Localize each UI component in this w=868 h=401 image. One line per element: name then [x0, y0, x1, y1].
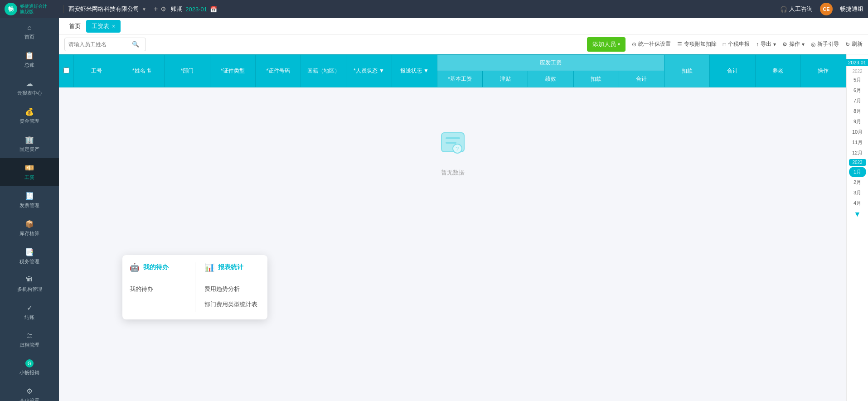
timeline-overlay-label: 2023.01	[846, 59, 868, 66]
popup-item-my-todo[interactable]: 我的待办	[130, 281, 186, 297]
select-all-checkbox[interactable]	[63, 68, 69, 73]
user-name: 畅捷通组	[840, 5, 863, 13]
special-deduction-button[interactable]: ☰ 专项附加扣除	[677, 40, 717, 48]
timeline-month-6[interactable]: 6月	[849, 85, 866, 96]
social-security-icon: ⊙	[632, 41, 636, 48]
sidebar-item-expense[interactable]: G 小畅报销	[0, 354, 59, 382]
search-box[interactable]: 🔍	[64, 38, 146, 51]
add-person-label: 添加人员	[592, 40, 616, 48]
th-payroll-total: 合计	[619, 71, 664, 87]
sidebar-item-assets[interactable]: 🏢 固定资产	[0, 130, 59, 158]
svg-rect-1	[446, 137, 460, 139]
export-dropdown-icon: ▾	[773, 41, 776, 48]
empty-state: ? 暂无数据	[59, 87, 846, 213]
sidebar-item-multi-org[interactable]: 🏛 多机构管理	[0, 271, 59, 298]
sidebar-item-close-account[interactable]: ✓ 结账	[0, 298, 59, 326]
guide-button[interactable]: ◎ 新手引导	[811, 40, 839, 48]
toolbar: 🔍 添加人员 ▾ ⊙ 统一社保设置 ☰ 专项附加扣除 □ 个税申报	[59, 34, 868, 54]
timeline-month-12[interactable]: 12月	[849, 148, 866, 158]
fund-icon: 💰	[25, 107, 34, 116]
th-name: *姓名 ⇅	[119, 55, 165, 87]
cloud-report-icon: ☁	[26, 79, 33, 88]
salary-table: 工号 *姓名 ⇅ *部门 *证件类型 *证件号码 国籍（地区） *人员状态 ▼ …	[59, 54, 846, 87]
tax-report-button[interactable]: □ 个税申报	[723, 40, 750, 48]
th-checkbox	[59, 55, 74, 87]
popup-item-dept-cost[interactable]: 部门费用类型统计表	[204, 297, 261, 312]
sidebar-item-cloud-report[interactable]: ☁ 云报表中心	[0, 74, 59, 102]
tab-close-icon[interactable]: ×	[112, 23, 115, 29]
tab-bar: 首页 工资表 ×	[59, 18, 868, 34]
sidebar-item-label-inventory: 库存核算	[19, 230, 39, 237]
company-area[interactable]: 西安虾米网络科技有限公司 ▼	[63, 5, 151, 13]
timeline-year-2022: 2022	[852, 68, 862, 75]
guide-toolbar-icon: ◎	[811, 41, 815, 48]
sidebar-item-ledger[interactable]: 📋 总账	[0, 46, 59, 74]
popup-col-report: 📊 报表统计 费用趋势分析 部门费用类型统计表	[204, 262, 261, 312]
sidebar-item-tax[interactable]: 📑 税务管理	[0, 242, 59, 271]
th-pension: 养老	[755, 55, 800, 87]
logo-area: 畅 畅捷通好会计 旗舰版	[5, 3, 63, 15]
add-icon[interactable]: +	[154, 5, 158, 13]
th-operation: 操作	[800, 55, 846, 87]
tab-salary[interactable]: 工资表 ×	[86, 20, 121, 33]
timeline-down-nav[interactable]: ▼	[852, 208, 863, 220]
th-submit-status: 报送状态 ▼	[392, 55, 437, 87]
popup-divider	[195, 262, 195, 312]
refresh-button[interactable]: ↻ 刷新	[845, 40, 863, 48]
th-cert-no: *证件号码	[255, 55, 301, 87]
operation-dropdown-icon: ▾	[802, 41, 805, 48]
search-input[interactable]	[68, 41, 132, 48]
guide-toolbar-label: 新手引导	[817, 40, 839, 48]
th-deduction: 扣款	[573, 71, 619, 87]
sidebar-item-settings[interactable]: ⚙ 基础设置	[0, 382, 59, 401]
sidebar-item-archive[interactable]: 🗂 归档管理	[0, 326, 59, 354]
timeline-month-2[interactable]: 2月	[849, 177, 866, 188]
multi-org-icon: 🏛	[26, 276, 33, 284]
popup-col-report-label: 报表统计	[218, 263, 243, 271]
timeline-month-1[interactable]: 1月	[849, 167, 866, 177]
close-account-icon: ✓	[27, 304, 33, 312]
company-chevron[interactable]: ▼	[142, 7, 146, 12]
timeline-month-5[interactable]: 5月	[849, 75, 866, 85]
timeline-month-11[interactable]: 11月	[849, 137, 866, 148]
period-area: 账期 2023-01 📅	[166, 5, 222, 13]
popup-col-todo-title: 🤖 我的待办	[130, 262, 186, 276]
popup-item-cost-trend-label: 费用趋势分析	[204, 285, 240, 292]
sidebar-item-label-settings: 基础设置	[19, 397, 39, 401]
consult-icon: 🎧	[780, 6, 787, 13]
th-dept: *部门	[165, 55, 210, 87]
sidebar-item-fund[interactable]: 💰 资金管理	[0, 102, 59, 130]
period-label: 账期	[171, 5, 183, 13]
timeline-month-4[interactable]: 4月	[849, 198, 866, 208]
sidebar-item-invoice[interactable]: 🧾 发票管理	[0, 186, 59, 214]
popup-item-cost-trend[interactable]: 费用趋势分析	[204, 281, 261, 297]
sidebar-item-inventory[interactable]: 📦 库存核算	[0, 214, 59, 242]
avatar-initials: CE	[823, 6, 829, 12]
social-security-button[interactable]: ⊙ 统一社保设置	[632, 40, 671, 48]
period-value: 2023-01	[185, 6, 207, 13]
settings-icon[interactable]: ⚙	[160, 5, 166, 13]
consult-area[interactable]: 🎧 人工咨询	[780, 5, 813, 13]
refresh-icon: ↻	[845, 41, 850, 48]
th-allowance: 津贴	[483, 71, 528, 87]
special-deduction-icon: ☰	[677, 41, 682, 48]
calendar-icon[interactable]: 📅	[210, 6, 217, 13]
sidebar-item-home[interactable]: ⌂ 首页	[0, 18, 59, 46]
timeline-month-9[interactable]: 9月	[849, 116, 866, 127]
add-person-button[interactable]: 添加人员 ▾	[587, 37, 626, 52]
popup-col-todo: 🤖 我的待办 我的待办	[130, 262, 186, 312]
timeline-month-7[interactable]: 7月	[849, 96, 866, 106]
timeline-month-3[interactable]: 3月	[849, 188, 866, 198]
export-button[interactable]: ↑ 导出 ▾	[756, 40, 776, 48]
timeline-month-10[interactable]: 10月	[849, 127, 866, 137]
company-name: 西安虾米网络科技有限公司	[68, 5, 139, 13]
sidebar-item-label-multi-org: 多机构管理	[17, 286, 42, 293]
timeline-month-8[interactable]: 8月	[849, 106, 866, 116]
sidebar-item-label-invoice: 发票管理	[19, 202, 39, 209]
operation-button[interactable]: ⚙ 操作 ▾	[782, 40, 805, 48]
main-layout: ⌂ 首页 📋 总账 ☁ 云报表中心 💰 资金管理 🏢 固定资产 💴 工资 🧾 发…	[0, 18, 868, 401]
sidebar-item-salary[interactable]: 💴 工资	[0, 158, 59, 186]
salary-icon: 💴	[25, 164, 34, 172]
tab-home[interactable]: 首页	[63, 20, 86, 33]
th-country: 国籍（地区）	[301, 55, 346, 87]
